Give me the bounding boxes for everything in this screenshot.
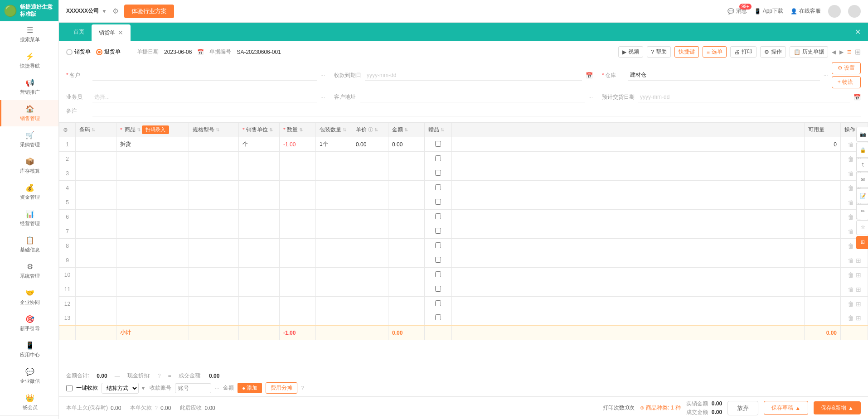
user-avatar-2[interactable] bbox=[848, 5, 861, 18]
sidebar-item-2[interactable]: 📢营销推广 bbox=[0, 74, 58, 100]
barcode-input-0[interactable] bbox=[79, 141, 112, 148]
price-info-icon[interactable]: ⓘ bbox=[368, 126, 373, 133]
delete-icon-9[interactable]: 🗑 bbox=[848, 271, 854, 279]
note-input[interactable] bbox=[92, 106, 861, 116]
barcode-input-7[interactable] bbox=[79, 243, 112, 249]
barcode-input-9[interactable] bbox=[79, 272, 112, 278]
radio-return[interactable]: 退货单 bbox=[96, 48, 121, 56]
cell-barcode-10[interactable] bbox=[76, 282, 116, 297]
cell-barcode-8[interactable] bbox=[76, 253, 116, 268]
delete-icon-7[interactable]: 🗑 bbox=[848, 242, 854, 250]
delivery-date-calendar-icon[interactable]: 📅 bbox=[853, 94, 861, 101]
tab-home[interactable]: 首页 bbox=[66, 23, 92, 41]
sidebar-item-14[interactable]: 👑畅会员 bbox=[0, 389, 58, 415]
gift-checkbox-12[interactable] bbox=[435, 314, 441, 320]
copy-icon-9[interactable]: ⊞ bbox=[856, 271, 861, 279]
due-date-input[interactable] bbox=[365, 70, 582, 81]
gift-checkbox-9[interactable] bbox=[435, 271, 441, 277]
cell-gift-1[interactable] bbox=[425, 152, 452, 166]
cell-gift-12[interactable] bbox=[425, 311, 452, 326]
app-download-button[interactable]: 📱 App下载 bbox=[754, 7, 783, 15]
nav-prev-icon[interactable]: ◀ bbox=[832, 49, 836, 55]
gift-checkbox-0[interactable] bbox=[435, 141, 441, 147]
trial-plan-button[interactable]: 体验行业方案 bbox=[124, 5, 174, 18]
nav-next-icon[interactable]: ▶ bbox=[839, 49, 844, 55]
right-panel-btn-3[interactable]: ↩ bbox=[856, 159, 868, 172]
gift-checkbox-7[interactable] bbox=[435, 242, 441, 248]
cell-barcode-4[interactable] bbox=[76, 195, 116, 210]
account-input[interactable] bbox=[175, 383, 211, 393]
gift-checkbox-2[interactable] bbox=[435, 170, 441, 176]
radio-sales[interactable]: 销货单 bbox=[66, 48, 91, 56]
delete-icon-6[interactable]: 🗑 bbox=[848, 228, 854, 235]
cell-barcode-9[interactable] bbox=[76, 268, 116, 282]
gift-checkbox-3[interactable] bbox=[435, 184, 441, 190]
cell-gift-9[interactable] bbox=[425, 268, 452, 282]
save-draft-button[interactable]: 保存草稿 ▲ bbox=[764, 401, 808, 415]
select-btn[interactable]: ≡ 选单 bbox=[703, 46, 727, 58]
history-btn[interactable]: 📋 历史单据 bbox=[790, 46, 828, 58]
sidebar-item-11[interactable]: 🎯新手引导 bbox=[0, 310, 58, 337]
right-panel-btn-8[interactable]: ⊞ bbox=[856, 236, 868, 249]
tab-close-icon[interactable]: ✕ bbox=[118, 29, 123, 36]
cell-barcode-3[interactable] bbox=[76, 181, 116, 195]
abandon-button[interactable]: 放弃 bbox=[727, 401, 758, 415]
sidebar-item-5[interactable]: 📦库存核算 bbox=[0, 153, 58, 179]
gift-checkbox-6[interactable] bbox=[435, 228, 441, 234]
topbar-gear-icon[interactable]: ⚙ bbox=[112, 7, 119, 15]
delete-icon-10[interactable]: 🗑 bbox=[848, 286, 854, 293]
sidebar-item-4[interactable]: 🛒采购管理 bbox=[0, 126, 58, 153]
account-dots-icon[interactable]: ··· bbox=[215, 385, 219, 391]
cell-gift-6[interactable] bbox=[425, 224, 452, 239]
expense-split-button[interactable]: 费用分摊 bbox=[266, 382, 297, 394]
print-btn[interactable]: 🖨 打印 bbox=[730, 46, 756, 58]
gift-checkbox-11[interactable] bbox=[435, 300, 441, 306]
user-avatar[interactable] bbox=[828, 5, 841, 18]
gift-checkbox-4[interactable] bbox=[435, 199, 441, 205]
total-owe-icon[interactable]: ? bbox=[155, 405, 158, 411]
due-date-calendar-icon[interactable]: 📅 bbox=[586, 72, 593, 79]
payment-method-select[interactable]: 结算方式 bbox=[102, 383, 139, 394]
sidebar-item-1[interactable]: ⚡快捷导航 bbox=[0, 48, 58, 74]
shortcut-btn[interactable]: 快捷键 bbox=[674, 46, 699, 58]
sidebar-item-9[interactable]: ⚙系统管理 bbox=[0, 258, 58, 284]
cell-barcode-6[interactable] bbox=[76, 224, 116, 239]
right-panel-btn-1[interactable]: 📷 bbox=[856, 127, 868, 142]
cell-gift-0[interactable] bbox=[425, 137, 452, 152]
sidebar-item-7[interactable]: 📊经营管理 bbox=[0, 205, 58, 231]
online-service-button[interactable]: 👤 在线客服 bbox=[790, 7, 821, 15]
sidebar-item-3[interactable]: 🏠销售管理 bbox=[0, 100, 58, 126]
right-panel-btn-2[interactable]: 🔒 bbox=[856, 143, 868, 158]
th-settings[interactable]: ⚙ bbox=[59, 123, 76, 137]
barcode-input-6[interactable] bbox=[79, 228, 112, 235]
warehouse-dots-icon[interactable]: ··· bbox=[824, 72, 828, 78]
discount-info-icon[interactable]: ? bbox=[158, 373, 161, 379]
company-selector[interactable]: XXXXXX公司 ▼ bbox=[66, 7, 107, 15]
salesperson-input[interactable] bbox=[92, 92, 317, 102]
tab-sales-order[interactable]: 销货单 ✕ bbox=[92, 24, 131, 41]
delete-icon-0[interactable]: 🗑 bbox=[848, 141, 854, 148]
view-grid-icon[interactable]: ⊞ bbox=[855, 48, 861, 56]
customer-input[interactable] bbox=[92, 70, 317, 81]
cell-barcode-12[interactable] bbox=[76, 311, 116, 326]
delete-icon-8[interactable]: 🗑 bbox=[848, 257, 854, 264]
company-dropdown-icon[interactable]: ▼ bbox=[102, 8, 107, 14]
save-draft-dropdown-icon[interactable]: ▲ bbox=[795, 405, 800, 411]
barcode-input-3[interactable] bbox=[79, 185, 112, 191]
cell-barcode-11[interactable] bbox=[76, 297, 116, 311]
customer-address-dots-icon[interactable]: ··· bbox=[588, 94, 593, 101]
delete-icon-11[interactable]: 🗑 bbox=[848, 300, 854, 308]
cell-gift-4[interactable] bbox=[425, 195, 452, 210]
copy-icon-11[interactable]: ⊞ bbox=[856, 300, 861, 308]
sidebar-item-10[interactable]: 🤝企业协同 bbox=[0, 284, 58, 310]
warehouse-input[interactable] bbox=[628, 70, 820, 81]
barcode-input-11[interactable] bbox=[79, 301, 112, 307]
cell-barcode-5[interactable] bbox=[76, 210, 116, 224]
save-new-button[interactable]: 保存&新增 ▲ bbox=[814, 401, 861, 414]
sidebar-item-0[interactable]: ☰搜索菜单 bbox=[0, 21, 58, 48]
footer-help-icon[interactable]: ? bbox=[301, 385, 304, 391]
cell-barcode-7[interactable] bbox=[76, 239, 116, 253]
barcode-input-12[interactable] bbox=[79, 315, 112, 321]
salesperson-dots-icon[interactable]: ··· bbox=[320, 94, 325, 101]
cell-gift-3[interactable] bbox=[425, 181, 452, 195]
